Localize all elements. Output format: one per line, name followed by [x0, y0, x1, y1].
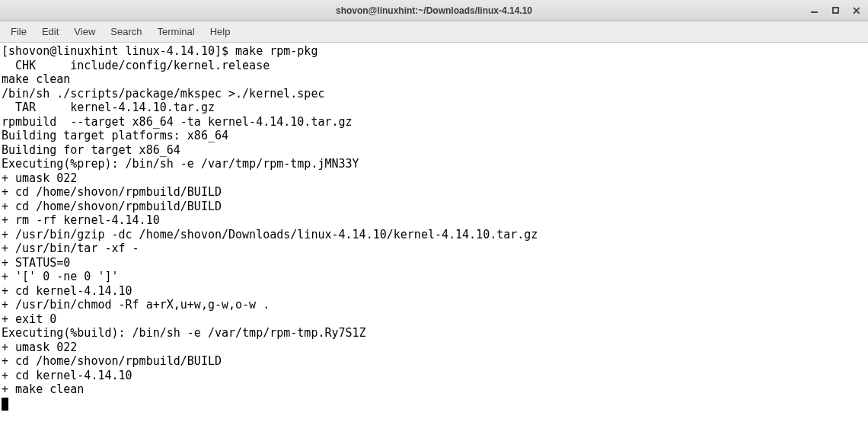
- terminal-line: Building target platforms: x86_64: [2, 129, 228, 142]
- terminal-line: make clean: [2, 72, 70, 86]
- terminal-line: + umask 022: [2, 340, 77, 354]
- terminal-line: + cd kernel-4.14.10: [2, 369, 132, 382]
- terminal-line: Executing(%prep): /bin/sh -e /var/tmp/rp…: [2, 157, 359, 171]
- minimize-icon: [811, 8, 818, 13]
- terminal-line: + make clean: [2, 382, 84, 396]
- titlebar: shovon@linuxhint:~/Downloads/linux-4.14.…: [0, 0, 868, 21]
- terminal-line: + /usr/bin/gzip -dc /home/shovon/Downloa…: [2, 228, 538, 241]
- terminal-line: + '[' 0 -ne 0 ']': [2, 270, 119, 283]
- terminal-line: + exit 0: [2, 312, 56, 326]
- terminal-line: + /usr/bin/tar -xf -: [2, 241, 139, 255]
- terminal-cursor: [2, 398, 8, 411]
- terminal-line: Building for target x86_64: [2, 143, 180, 157]
- terminal-line: rpmbuild --target x86_64 -ta kernel-4.14…: [2, 115, 353, 129]
- menu-edit[interactable]: Edit: [34, 23, 66, 40]
- menubar: File Edit View Search Terminal Help: [0, 21, 868, 43]
- terminal-line: TAR kernel-4.14.10.tar.gz: [2, 101, 215, 114]
- menu-help[interactable]: Help: [203, 23, 238, 40]
- terminal-line: CHK include/config/kernel.release: [2, 59, 270, 72]
- window-controls: ✕: [809, 5, 862, 16]
- menu-terminal[interactable]: Terminal: [150, 23, 203, 40]
- menu-search[interactable]: Search: [103, 23, 149, 40]
- close-button[interactable]: ✕: [851, 5, 862, 16]
- terminal-line: Executing(%build): /bin/sh -e /var/tmp/r…: [2, 326, 366, 340]
- terminal-output[interactable]: [shovon@linuxhint linux-4.14.10]$ make r…: [0, 43, 868, 422]
- terminal-line: + cd /home/shovon/rpmbuild/BUILD: [2, 200, 222, 213]
- terminal-window: shovon@linuxhint:~/Downloads/linux-4.14.…: [0, 0, 868, 422]
- terminal-line: + rm -rf kernel-4.14.10: [2, 213, 160, 227]
- terminal-line: + cd /home/shovon/rpmbuild/BUILD: [2, 185, 222, 199]
- close-icon: ✕: [852, 5, 861, 16]
- terminal-line: + umask 022: [2, 171, 77, 185]
- window-title: shovon@linuxhint:~/Downloads/linux-4.14.…: [336, 5, 532, 16]
- terminal-line: + cd kernel-4.14.10: [2, 284, 132, 298]
- terminal-line: [shovon@linuxhint linux-4.14.10]$ make r…: [2, 44, 318, 58]
- menu-view[interactable]: View: [66, 23, 103, 40]
- maximize-icon: [832, 7, 839, 14]
- menu-file[interactable]: File: [3, 23, 34, 40]
- minimize-button[interactable]: [809, 5, 819, 16]
- terminal-line: + /usr/bin/chmod -Rf a+rX,u+w,g-w,o-w .: [2, 298, 270, 312]
- terminal-line: + STATUS=0: [2, 256, 70, 270]
- terminal-line: + cd /home/shovon/rpmbuild/BUILD: [2, 354, 222, 368]
- maximize-button[interactable]: [830, 5, 841, 16]
- terminal-line: /bin/sh ./scripts/package/mkspec >./kern…: [2, 87, 324, 101]
